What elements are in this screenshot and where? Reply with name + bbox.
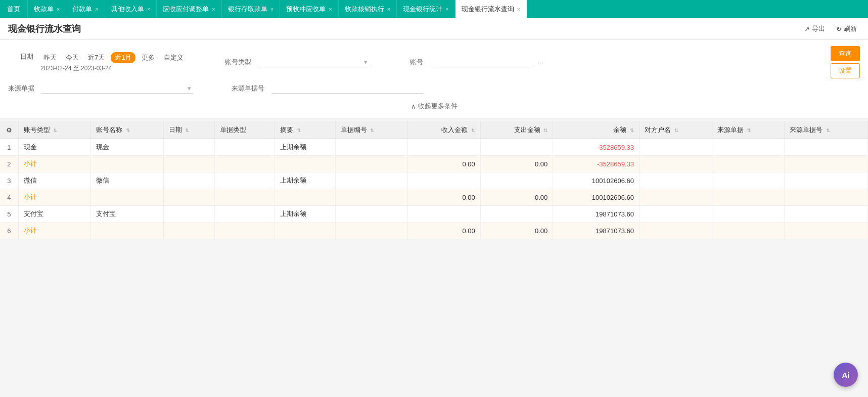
cell-balance: 19871073.60 (553, 223, 639, 239)
cell-doc-no (335, 139, 408, 156)
nav-tab-1[interactable]: 付款单 × (66, 0, 105, 18)
data-table-wrap: ⚙ 账号类型 ⇅ 账号名称 ⇅ 日期 ⇅ 单据类型 摘要 (0, 121, 868, 239)
cell-summary (275, 156, 336, 172)
settings-button[interactable]: 设置 (831, 63, 860, 78)
date-btn-today[interactable]: 今天 (63, 52, 82, 63)
th-income[interactable]: 收入金额 ⇅ (408, 121, 481, 139)
gear-icon: ⚙ (6, 126, 12, 134)
date-btn-yesterday[interactable]: 昨天 (40, 52, 60, 63)
close-icon-6[interactable]: × (387, 6, 390, 12)
cell-date (163, 172, 214, 189)
table-row: 5 支付宝 支付宝 上期余额 19871073.60 (0, 206, 868, 223)
cell-doc-no (335, 189, 408, 206)
date-buttons: 昨天 今天 近7天 近1月 更多 自定义 (40, 52, 187, 63)
cell-num: 1 (0, 139, 18, 156)
nav-tab-0[interactable]: 收款单 × (28, 0, 66, 18)
nav-home[interactable]: 首页 (0, 0, 28, 18)
cell-expense (480, 139, 553, 156)
chevron-down-icon: ▾ (364, 58, 368, 66)
sort-icon-date: ⇅ (185, 127, 189, 133)
th-source-doc[interactable]: 来源单据 ⇅ (712, 121, 785, 139)
cell-source-doc (712, 172, 785, 189)
close-icon-4[interactable]: × (270, 6, 273, 12)
sort-icon-expense: ⇅ (543, 127, 547, 133)
cell-account-name: 微信 (91, 172, 164, 189)
th-account-type[interactable]: 账号类型 ⇅ (18, 121, 91, 139)
date-btn-7days[interactable]: 近7天 (85, 52, 108, 63)
sort-icon-doc-no: ⇅ (370, 127, 374, 133)
nav-tab-6[interactable]: 收款核销执行 × (339, 0, 397, 18)
cell-account-name (91, 156, 164, 172)
close-icon-3[interactable]: × (212, 6, 215, 12)
cell-income (408, 172, 481, 189)
collapse-bar[interactable]: ∧ 收起更多条件 (8, 99, 860, 112)
th-date[interactable]: 日期 ⇅ (163, 121, 214, 139)
source-doc-no-input[interactable] (271, 83, 423, 94)
cell-doc-type (214, 223, 275, 239)
th-doc-no[interactable]: 单据编号 ⇅ (335, 121, 408, 139)
cell-num: 4 (0, 189, 18, 206)
th-balance[interactable]: 余额 ⇅ (553, 121, 639, 139)
th-summary[interactable]: 摘要 ⇅ (275, 121, 336, 139)
cell-source-doc-no (785, 223, 868, 239)
cell-balance: -3528659.33 (553, 156, 639, 172)
account-input[interactable] (430, 57, 531, 67)
account-type-select[interactable]: ▾ (258, 57, 370, 67)
th-source-doc-no[interactable]: 来源单据号 ⇅ (785, 121, 868, 139)
close-icon-1[interactable]: × (95, 6, 98, 12)
cell-num: 6 (0, 223, 18, 239)
close-icon-5[interactable]: × (329, 6, 332, 12)
th-doc-type[interactable]: 单据类型 (214, 121, 275, 139)
date-btn-1month[interactable]: 近1月 (111, 52, 135, 63)
cell-income: 0.00 (408, 156, 481, 172)
cell-summary (275, 223, 336, 239)
th-gear[interactable]: ⚙ (0, 121, 18, 139)
query-button[interactable]: 查询 (831, 46, 860, 61)
cell-account-name: 现金 (91, 139, 164, 156)
cell-doc-no (335, 206, 408, 223)
cell-doc-type (214, 189, 275, 206)
sort-icon-balance: ⇅ (630, 127, 634, 133)
nav-tab-5[interactable]: 预收冲应收单 × (280, 0, 338, 18)
source-doc-select[interactable]: ▾ (41, 83, 193, 94)
close-icon-2[interactable]: × (147, 6, 150, 12)
data-table: ⚙ 账号类型 ⇅ 账号名称 ⇅ 日期 ⇅ 单据类型 摘要 (0, 121, 868, 239)
refresh-button[interactable]: ↻ 刷新 (833, 22, 860, 35)
cell-balance: 19871073.60 (553, 206, 639, 223)
chevron-up-icon: ∧ (411, 103, 416, 110)
nav-tab-8[interactable]: 现金银行流水查询 × (455, 0, 527, 18)
cell-doc-no (335, 156, 408, 172)
close-icon-8[interactable]: × (517, 6, 520, 12)
cell-doc-type (214, 139, 275, 156)
nav-tab-4[interactable]: 银行存取款单 × (222, 0, 280, 18)
cell-balance: 100102606.60 (553, 172, 639, 189)
date-btn-custom[interactable]: 自定义 (161, 52, 187, 63)
table-row: 4 小计 0.00 0.00 100102606.60 (0, 189, 868, 206)
cell-source-doc-no (785, 172, 868, 189)
cell-summary: 上期余额 (275, 206, 336, 223)
export-button[interactable]: ↗ 导出 (801, 22, 828, 35)
account-group: 账号 ··· (398, 57, 543, 67)
nav-tab-2[interactable]: 其他收入单 × (105, 0, 157, 18)
account-dots-icon[interactable]: ··· (537, 59, 543, 66)
th-account-name[interactable]: 账号名称 ⇅ (91, 121, 164, 139)
source-doc-label: 来源单据 (8, 84, 34, 93)
table-row: 6 小计 0.00 0.00 19871073.60 (0, 223, 868, 239)
sort-icon-source-doc-no: ⇅ (826, 127, 830, 133)
cell-income: 0.00 (408, 189, 481, 206)
cell-expense (480, 172, 553, 189)
nav-tab-7[interactable]: 现金银行统计 × (397, 0, 455, 18)
cell-account-type: 小计 (18, 189, 91, 206)
date-label: 日期 (8, 52, 33, 61)
th-counterpart[interactable]: 对方户名 ⇅ (639, 121, 712, 139)
th-expense[interactable]: 支出金额 ⇅ (480, 121, 553, 139)
close-icon-0[interactable]: × (57, 6, 60, 12)
close-icon-7[interactable]: × (445, 6, 448, 12)
cell-counterpart (639, 206, 712, 223)
table-row: 2 小计 0.00 0.00 -3528659.33 (0, 156, 868, 172)
export-icon: ↗ (804, 25, 810, 33)
nav-tab-3[interactable]: 应收应付调整单 × (157, 0, 221, 18)
cell-expense: 0.00 (480, 189, 553, 206)
date-btn-more[interactable]: 更多 (139, 52, 158, 63)
cell-account-type: 现金 (18, 139, 91, 156)
